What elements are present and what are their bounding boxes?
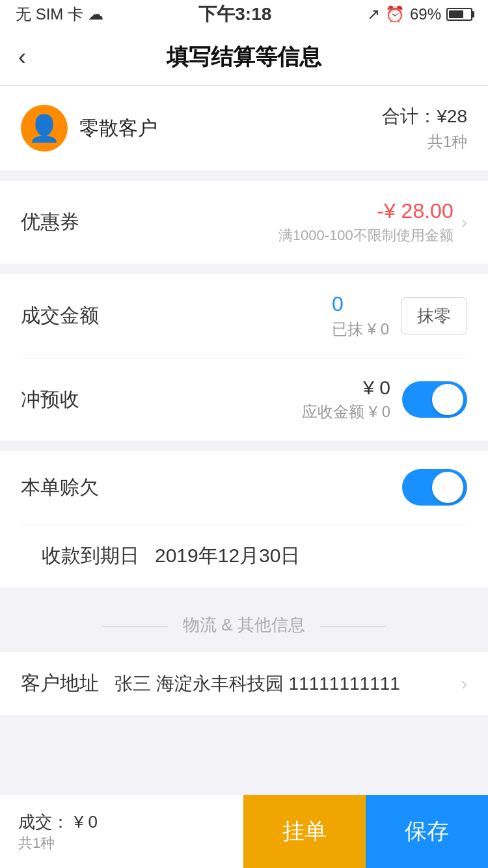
page-title: 填写结算等信息 [167,42,321,72]
alarm-icon: ⏰ [385,5,405,23]
logistics-header: 物流 & 其他信息 [0,598,488,652]
bottom-spacer [0,715,488,800]
coupon-row[interactable]: 优惠券 -¥ 28.00 满1000-100不限制使用金额 › [0,181,488,264]
credit-toggle-knob [432,472,463,503]
back-button[interactable]: ‹ [18,44,26,71]
due-date-label: 收款到期日 [42,543,139,569]
address-left: 客户地址 张三 海淀永丰科技园 11111111111 [21,670,400,697]
credit-toggle[interactable] [402,469,467,506]
status-bar: 无 SIM 卡 ☁ 下午3:18 ↗ ⏰ 69% [0,0,488,29]
prepayment-label: 冲预收 [21,387,79,413]
prepayment-toggle[interactable] [402,381,467,418]
due-date-value: 2019年12月30日 [155,543,300,569]
sim-status: 无 SIM 卡 ☁ [16,4,103,25]
coupon-label: 优惠券 [21,209,79,236]
toggle-knob [432,384,463,415]
location-icon: ↗ [367,5,380,23]
credit-label: 本单赊欠 [21,474,99,501]
customer-row: 👤 零散客户 合计：¥28 共1种 [0,86,488,170]
save-button[interactable]: 保存 [366,795,488,868]
total-amount: 合计：¥28 [382,104,467,129]
battery-icon [446,8,472,21]
coupon-amount: -¥ 28.00 [278,199,454,223]
deal-amount-right: 0 已抹 ¥ 0 抹零 [332,292,467,340]
customer-name: 零散客户 [79,115,157,142]
credit-section: 本单赊欠 收款到期日 2019年12月30日 [0,451,488,588]
total-count: 共1种 [382,131,467,152]
round-zero-button[interactable]: 抹零 [401,297,467,334]
bottom-deal-label: 成交： [18,812,69,832]
address-label: 客户地址 [21,670,99,697]
deal-amount-row: 成交金额 0 已抹 ¥ 0 抹零 [21,274,467,359]
deal-amount-value: 0 [332,292,389,316]
credit-row: 本单赊欠 [21,451,467,524]
deal-amount-sub: 已抹 ¥ 0 [332,319,389,340]
coupon-desc: 满1000-100不限制使用金额 [278,226,454,245]
status-right: ↗ ⏰ 69% [367,5,472,23]
bottom-bar: 成交： ¥ 0 共1种 挂单 保存 [0,795,488,868]
form-section: 成交金额 0 已抹 ¥ 0 抹零 冲预收 ¥ 0 应收金额 ¥ 0 [0,274,488,441]
prepayment-sub: 应收金额 ¥ 0 [302,401,390,422]
bottom-deal-amount: ¥ 0 [74,812,98,832]
content-area: 👤 零散客户 合计：¥28 共1种 优惠券 -¥ 28.00 满1000-100… [0,86,488,800]
prepayment-amount: ¥ 0 [302,377,390,399]
due-date-row: 收款到期日 2019年12月30日 [21,524,467,588]
prepayment-right: ¥ 0 应收金额 ¥ 0 [302,377,467,422]
prepayment-row: 冲预收 ¥ 0 应收金额 ¥ 0 [21,359,467,441]
avatar: 👤 [21,105,68,152]
address-value: 张三 海淀永丰科技园 11111111111 [115,671,400,696]
status-time: 下午3:18 [198,2,271,27]
deal-amount-label: 成交金额 [21,303,99,329]
chevron-right-icon: › [461,212,467,233]
logistics-header-text: 物流 & 其他信息 [183,615,305,634]
bottom-deal-row: 成交： ¥ 0 [18,811,225,834]
credit-right [402,469,467,506]
coupon-right: -¥ 28.00 满1000-100不限制使用金额 › [278,199,467,245]
customer-left: 👤 零散客户 [21,105,157,152]
address-chevron-icon: › [461,673,467,694]
customer-right: 合计：¥28 共1种 [382,104,467,152]
hangup-button[interactable]: 挂单 [243,795,366,868]
status-left: 无 SIM 卡 ☁ [16,4,103,25]
battery-percent: 69% [410,5,441,23]
bottom-left: 成交： ¥ 0 共1种 [0,811,243,853]
bottom-deal-count: 共1种 [18,834,225,853]
address-row[interactable]: 客户地址 张三 海淀永丰科技园 11111111111 › [0,652,488,715]
nav-bar: ‹ 填写结算等信息 [0,29,488,86]
